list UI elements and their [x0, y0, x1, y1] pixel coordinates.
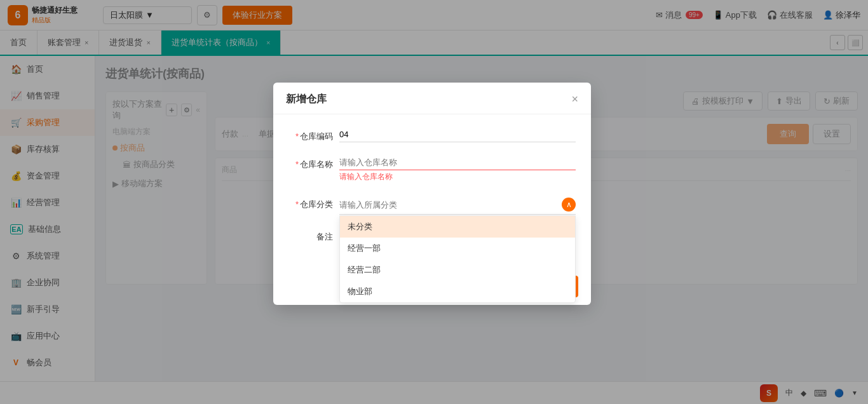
- dropdown-item-dept3[interactable]: 物业部: [340, 281, 575, 302]
- modal-close-button[interactable]: ×: [571, 93, 578, 106]
- remark-label: 备注: [288, 227, 339, 243]
- warehouse-code-row: 仓库编码: [288, 127, 576, 142]
- warehouse-category-dropdown[interactable]: ∧: [339, 195, 576, 215]
- dropdown-item-dept2[interactable]: 经营二部: [340, 259, 575, 281]
- new-warehouse-modal: 新增仓库 × 仓库编码 仓库名称 请输入仓库名称 仓库分类 ∧: [273, 83, 591, 305]
- warehouse-name-row: 仓库名称 请输入仓库名称: [288, 155, 576, 182]
- modal-body: 仓库编码 仓库名称 请输入仓库名称 仓库分类 ∧ 未分类: [273, 114, 591, 268]
- warehouse-code-input[interactable]: [339, 127, 576, 142]
- modal-header: 新增仓库 ×: [273, 83, 591, 114]
- dropdown-item-dept1[interactable]: 经营一部: [340, 238, 575, 259]
- warehouse-category-input[interactable]: [339, 200, 562, 210]
- warehouse-name-error: 请输入仓库名称: [339, 172, 576, 182]
- warehouse-category-label: 仓库分类: [288, 195, 339, 210]
- warehouse-code-field: [339, 127, 576, 142]
- dropdown-chevron-icon[interactable]: ∧: [562, 198, 576, 212]
- warehouse-name-field: 请输入仓库名称: [339, 155, 576, 182]
- warehouse-name-label: 仓库名称: [288, 155, 339, 170]
- warehouse-category-field: ∧ 未分类 经营一部 经营二部 物业部: [339, 195, 576, 215]
- warehouse-category-row: 仓库分类 ∧ 未分类 经营一部 经营二部 物业部: [288, 195, 576, 215]
- dropdown-item-uncategorized[interactable]: 未分类: [340, 216, 575, 238]
- warehouse-code-label: 仓库编码: [288, 127, 339, 142]
- modal-title: 新增仓库: [286, 93, 327, 106]
- category-dropdown-list: 未分类 经营一部 经营二部 物业部: [339, 215, 576, 303]
- warehouse-name-input[interactable]: [339, 155, 576, 170]
